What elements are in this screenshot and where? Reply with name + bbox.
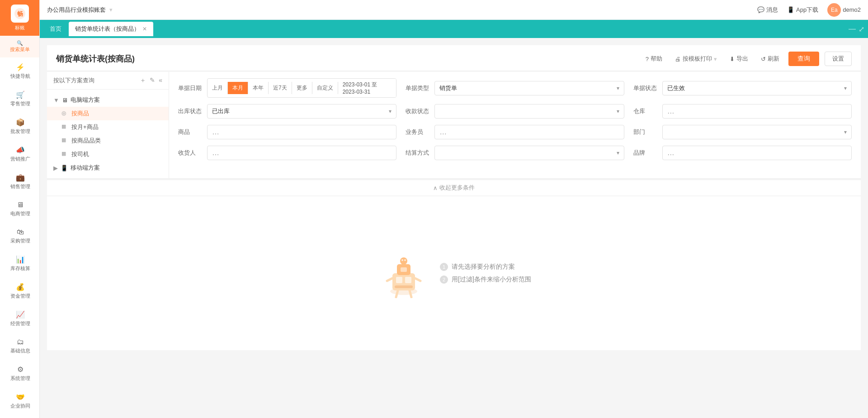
sidebar-item-newuser[interactable]: 👋 新手引导 [0,415,39,418]
sidebar-item-system[interactable]: ⚙ 系统管理 [0,360,39,387]
system-icon: ⚙ [17,365,24,374]
sidebar-item-basic[interactable]: 🗂 基础信息 [0,332,39,360]
sidebar-item-operation[interactable]: 📈 经营管理 [0,305,39,332]
empty-hint-2: 2 用[过滤]条件来缩小分析范围 [440,276,531,284]
filter-row-2: 出库状态 已出库 ▾ 收款状态 ▾ 仓库 [178,104,852,119]
tab-close-icon[interactable]: ✕ [142,26,147,32]
scheme-item-by-month-product[interactable]: ▦ 按月+商品 [47,120,169,134]
help-icon: ? [646,56,649,62]
warehouse-input[interactable]: … [662,104,852,119]
print-icon: 🖨 [675,56,681,62]
dept-input[interactable]: ▾ [662,125,852,139]
tab-bar: 首页 销货单统计表（按商品） ✕ — ⤢ [40,20,868,38]
tab-minimize-icon[interactable]: — [849,25,856,33]
filter-fields: 单据日期 上月 本月 本年 近7天 更多 自定义 2023-03-01 至 20… [169,72,861,178]
ecommerce-icon: 🖥 [17,201,24,209]
filter-scheme-sidebar: 按以下方案查询 ＋ ✎ « ▼ 🖥 电脑端方案 [47,72,169,178]
docstatus-value: 已生效 [667,84,685,92]
avatar: Ea [827,3,841,17]
help-btn[interactable]: ? 帮助 [642,53,666,65]
scheme-group-mobile-header[interactable]: ▶ 📱 移动端方案 [47,161,169,175]
scheme-item-by-cashier[interactable]: ▦ 按司机 [47,147,169,161]
add-scheme-icon[interactable]: ＋ [140,76,146,85]
hint1-num: 1 [440,263,448,271]
staff-input[interactable]: … [434,125,624,139]
scheme-item-by-category[interactable]: ▦ 按商品品类 [47,134,169,147]
outstatus-input[interactable]: 已出库 ▾ [207,104,396,119]
consignee-dots[interactable]: … [212,149,219,157]
consignee-label: 收货人 [178,149,203,157]
product-dots[interactable]: … [212,128,219,136]
collapse-bar[interactable]: ∧ 收起更多条件 [47,180,861,195]
brand-dots[interactable]: … [667,149,675,157]
app-download-btn[interactable]: 📱 App下载 [787,6,818,14]
finance-icon: 💰 [16,283,25,291]
logo-area[interactable]: 畅 标账 [0,0,39,36]
collectstatus-arrow-icon: ▾ [617,108,619,114]
dept-arrow-icon: ▾ [844,129,847,135]
tab-maximize-icon[interactable]: ⤢ [859,25,864,33]
sidebar-item-purchase[interactable]: 🛍 采购管理 [0,223,39,250]
filter-payment-field: 结算方式 ▾ [406,146,624,160]
consignee-input[interactable]: … [207,146,396,160]
filter-staff-field: 业务员 … [406,125,624,139]
sidebar-item-enterprise[interactable]: 🤝 企业协同 [0,387,39,415]
docstatus-arrow-icon: ▾ [844,85,847,91]
empty-hints: 1 请先选择要分析的方案 2 用[过滤]条件来缩小分析范围 [440,263,531,284]
warehouse-dots[interactable]: … [667,107,675,115]
collectstatus-input[interactable]: ▾ [434,104,624,119]
svg-line-9 [387,278,392,281]
svg-text:畅: 畅 [17,10,23,17]
hint2-num: 2 [440,276,448,284]
date-btn-thismonth[interactable]: 本月 [228,82,248,94]
date-btn-thisyear[interactable]: 本年 [248,82,269,94]
staff-label: 业务员 [406,128,431,136]
page-header-section: 销货单统计表(按商品) ? 帮助 🖨 按模板打印 ▾ ⬇ 导出 [47,45,861,71]
tab-sales-stats[interactable]: 销货单统计表（按商品） ✕ [69,22,153,36]
date-btn-lastmonth[interactable]: 上月 [208,82,228,94]
collapse-scheme-icon[interactable]: « [159,76,162,85]
date-btn-7days[interactable]: 近7天 [269,82,292,94]
sidebar-item-wholesale[interactable]: 📦 批发管理 [0,113,39,140]
brand-label: 品牌 [633,149,659,157]
user-menu[interactable]: Ea demo2 [827,3,861,17]
sidebar-item-retail[interactable]: 🛒 零售管理 [0,85,39,113]
search-menu[interactable]: 🔍 搜索菜单 [0,36,39,57]
breadcrumb: 办公用品行业模拟账套 [47,6,106,14]
refresh-btn[interactable]: ↺ 刷新 [757,53,783,65]
svg-rect-5 [405,277,411,283]
product-input[interactable]: … [207,125,396,139]
staff-dots[interactable]: … [439,128,447,136]
doctype-arrow-icon: ▾ [617,85,619,91]
refresh-icon: ↺ [761,56,766,62]
scheme-group-desktop-header[interactable]: ▼ 🖥 电脑端方案 [47,93,169,107]
sidebar-item-marketing[interactable]: 📣 营销推广 [0,140,39,168]
filter-row-3: 商品 … 业务员 … 部门 [178,125,852,139]
print-btn[interactable]: 🖨 按模板打印 ▾ [671,53,721,65]
empty-hint-1: 1 请先选择要分析的方案 [440,263,531,271]
edit-scheme-icon[interactable]: ✎ [150,76,155,85]
sidebar-item-sales[interactable]: 💼 销售管理 [0,168,39,195]
date-btn-custom[interactable]: 自定义 [312,82,338,94]
empty-icon [377,246,431,300]
scheme-item-by-product[interactable]: ◎ 按商品 [47,107,169,120]
settings-btn[interactable]: 设置 [825,52,852,66]
sidebar-item-quicknav[interactable]: ⚡ 快捷导航 [0,57,39,85]
logo-icon: 畅 [11,5,29,23]
search-icon: 🔍 [17,40,23,46]
collectstatus-label: 收款状态 [406,107,431,115]
doctype-input[interactable]: 销货单 ▾ [434,81,624,95]
sidebar-item-ecommerce[interactable]: 🖥 电商管理 [0,195,39,223]
search-btn[interactable]: 查询 [788,52,819,66]
sidebar-item-inventory[interactable]: 📊 库存核算 [0,250,39,277]
date-filter: 上月 本月 本年 近7天 更多 自定义 2023-03-01 至 2023-03… [207,78,396,98]
payment-input[interactable]: ▾ [434,146,624,160]
brand-input[interactable]: … [662,146,852,160]
tab-home[interactable]: 首页 [43,22,68,36]
sidebar-item-finance[interactable]: 💰 资金管理 [0,277,39,305]
page-actions: ? 帮助 🖨 按模板打印 ▾ ⬇ 导出 ↺ 刷新 [642,52,852,66]
date-btn-more[interactable]: 更多 [292,82,312,94]
docstatus-input[interactable]: 已生效 ▾ [662,81,852,95]
message-btn[interactable]: 💬 消息 [757,6,778,14]
export-btn[interactable]: ⬇ 导出 [726,53,752,65]
